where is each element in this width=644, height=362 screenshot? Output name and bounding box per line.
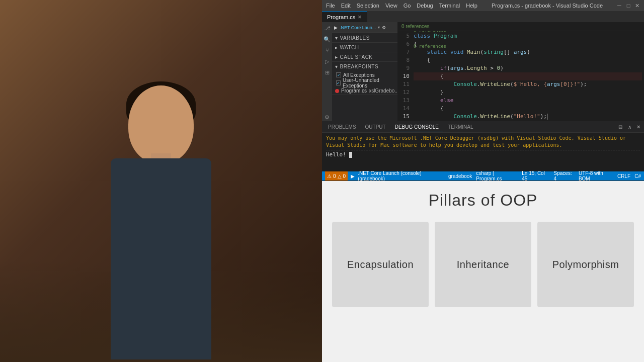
debug-dropdown-icon[interactable]: ▾ (378, 25, 380, 30)
tab-terminal[interactable]: TERMINAL (444, 122, 477, 132)
pillars-grid: Encapsulation Inheritance Polymorphism (332, 222, 634, 307)
status-branch[interactable]: gradebook (448, 173, 472, 179)
status-encoding[interactable]: UTF-8 with BOM (579, 170, 613, 182)
person-head (128, 85, 194, 163)
status-error-count: 0 (333, 173, 336, 179)
console-output-text: Hello! (326, 151, 346, 158)
tab-program-cs[interactable]: Program.cs ✕ (322, 11, 367, 22)
breakpoints-header[interactable]: ▾ BREAKPOINTS (332, 62, 397, 71)
references-main: 0 references (414, 31, 446, 34)
console-divider (326, 150, 640, 150)
breakpoints-label: BREAKPOINTS (340, 64, 379, 69)
user-unhandled-checkbox[interactable]: ✓ (336, 80, 341, 85)
tab-label: Program.cs (327, 14, 355, 20)
debug-icon[interactable]: ▷ (323, 57, 331, 65)
status-spaces[interactable]: Spaces: 4 (554, 170, 575, 182)
watch-header[interactable]: ▸ WATCH (332, 43, 397, 52)
tab-bar: Program.cs ✕ (322, 11, 644, 22)
activity-bar: ⎇ 🔍 ⑂ ▷ ⊞ ⚙ (322, 22, 332, 121)
debug-run-icon: ▶ (334, 25, 338, 30)
variables-header[interactable]: ▾ VARIABLES (332, 33, 397, 42)
code-area[interactable]: 5 6 7 8 9 10 11 12 13 14 15 16 17 18 (397, 31, 644, 121)
console-cursor (349, 152, 352, 158)
menu-terminal[interactable]: Terminal (439, 3, 460, 9)
menu-debug[interactable]: Debug (417, 3, 433, 9)
ln-11: 11 (397, 80, 410, 88)
console-output: Hello! (326, 151, 640, 158)
ln-5: 5 (397, 32, 410, 40)
user-unhandled-label: User-Unhandled Exceptions (343, 77, 393, 88)
console-split-icon[interactable]: ⊟ (617, 124, 624, 131)
ln-10: 10 (397, 72, 410, 80)
console-close-icon[interactable]: ✕ (635, 124, 642, 131)
status-path[interactable]: csharp | Program.cs (476, 170, 518, 182)
call-stack-section: ▸ CALL STACK (332, 52, 397, 62)
watch-label: WATCH (340, 45, 359, 50)
status-position[interactable]: Ln 15, Col 45 (522, 170, 549, 182)
photo-panel (0, 0, 322, 362)
status-debug-indicator[interactable]: ⚠ 0 △ 0 (325, 171, 348, 180)
person-silhouette (75, 70, 247, 362)
console-content: You may only use the Microsoft .NET Core… (322, 133, 644, 171)
status-play-icon[interactable]: ▶ (351, 173, 355, 179)
tab-debug-console[interactable]: DEBUG CONSOLE (391, 122, 443, 132)
menu-help[interactable]: Help (466, 3, 477, 9)
minimize-button[interactable]: ─ (617, 3, 622, 8)
debug-settings-icon[interactable]: ⚙ (382, 25, 386, 30)
extensions-icon[interactable]: ⊞ (323, 68, 331, 76)
variables-label: VARIABLES (340, 35, 370, 41)
breakpoint-item[interactable]: Program.cs xslGradebo... 10 (332, 87, 397, 95)
call-stack-label: CALL STACK (340, 54, 373, 60)
search-icon[interactable]: 🔍 (323, 35, 331, 43)
status-warning-count: 0 (343, 173, 346, 179)
tab-output[interactable]: OUTPUT (361, 122, 390, 132)
variables-chevron: ▾ (335, 35, 338, 41)
tab-close-icon[interactable]: ✕ (358, 15, 362, 20)
maximize-button[interactable]: □ (626, 3, 631, 8)
code-line-7: 0 references static void Main(string[] a… (414, 48, 642, 56)
slide-title: Pillars of OOP (429, 191, 538, 210)
user-unhandled-item[interactable]: ✓ User-Unhandled Exceptions (332, 79, 397, 87)
code-line-15: Console.WriteLine("Hello!"); (414, 113, 642, 121)
call-stack-header[interactable]: ▸ CALL STACK (332, 52, 397, 61)
menu-selection[interactable]: Selection (357, 3, 379, 9)
debug-sidebar: ▶ .NET Core Laun... ▾ ⚙ ▾ VARIABLES ▸ (332, 22, 397, 121)
settings-icon[interactable]: ⚙ (323, 113, 331, 121)
status-line-endings[interactable]: CRLF (617, 173, 630, 179)
console-warning-text: You may only use the Microsoft .NET Core… (326, 135, 640, 149)
ln-13: 13 (397, 97, 410, 105)
all-exceptions-checkbox[interactable]: ✓ (336, 72, 341, 77)
close-button[interactable]: ✕ (635, 3, 640, 8)
ln-15: 15 (397, 113, 410, 121)
status-debug-label[interactable]: .NET Core Launch (console) (gradebook) (358, 170, 445, 182)
line-numbers: 5 6 7 8 9 10 11 12 13 14 15 16 17 18 (397, 31, 412, 121)
debug-net-label: .NET Core Laun... (340, 25, 376, 30)
explorer-icon[interactable]: ⎇ (323, 24, 331, 32)
editor-main: ⎇ 🔍 ⑂ ▷ ⊞ ⚙ ▶ .NET Core Laun... ▾ ⚙ (322, 22, 644, 121)
menu-view[interactable]: View (385, 3, 397, 9)
titlebar-menu: File Edit Selection View Go Debug Termin… (326, 3, 477, 9)
status-language[interactable]: C# (634, 173, 641, 179)
source-control-icon[interactable]: ⑂ (323, 46, 331, 54)
menu-edit[interactable]: Edit (341, 3, 351, 9)
code-line-8: { (414, 56, 642, 64)
watch-chevron: ▸ (335, 45, 338, 50)
right-panel: File Edit Selection View Go Debug Termin… (322, 0, 644, 362)
all-exceptions-label: All Exceptions (343, 72, 375, 78)
call-stack-chevron: ▸ (335, 54, 338, 60)
code-line-14: { (414, 105, 642, 113)
tab-problems[interactable]: PROBLEMS (324, 122, 360, 132)
status-warning-icon: △ (338, 173, 342, 179)
pillar-polymorphism: Polymorphism (537, 222, 634, 307)
menu-go[interactable]: Go (404, 3, 411, 9)
code-content[interactable]: 0 references class Program { 0 reference… (412, 31, 644, 121)
menu-file[interactable]: File (326, 3, 335, 9)
debug-console-area: PROBLEMS OUTPUT DEBUG CONSOLE TERMINAL ⊟… (322, 121, 644, 171)
code-line-13: else (414, 97, 642, 105)
debug-toolbar: ▶ .NET Core Laun... ▾ ⚙ (332, 22, 397, 33)
pillar-inheritance-label: Inheritance (457, 259, 509, 270)
console-expand-icon[interactable]: ∧ (626, 124, 633, 131)
pillar-encapsulation-label: Encapsulation (347, 259, 414, 270)
breakpoints-chevron: ▾ (335, 64, 338, 69)
code-line-11: Console.WriteLine($"Hello, {args[0]}!"); (414, 80, 642, 88)
